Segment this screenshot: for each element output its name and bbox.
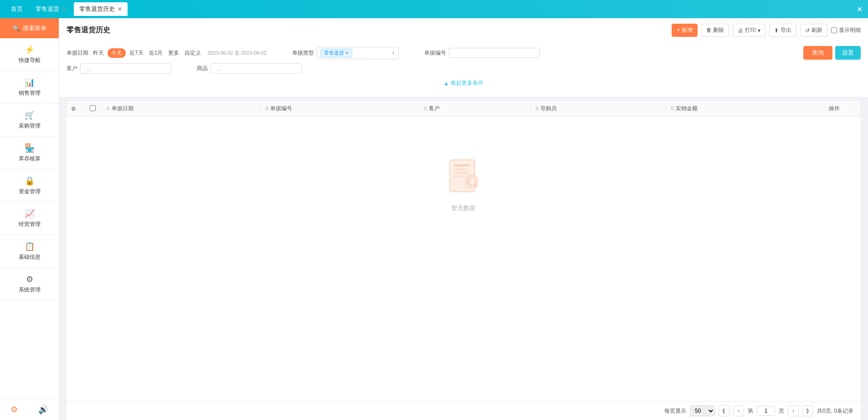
th-doc-no[interactable]: 单据编号 <box>260 101 418 117</box>
page-prev-button[interactable]: ‹ <box>733 405 744 416</box>
goods-label: 商品 <box>197 65 208 72</box>
page-title-row: 零售退货历史 + 新增 🗑 删除 🖨 🖨 打印 打印 ▾ ⬆ 导出 <box>67 24 861 37</box>
table-head: ⚙ 单据日期 单据编号 客户 导购员 实销金额 操作 <box>67 101 861 117</box>
doc-no-filter: 单据编号 <box>424 48 540 58</box>
sidebar-item-operations[interactable]: 📈 经营管理 <box>0 202 59 235</box>
date-btn-last-month[interactable]: 近1月 <box>147 48 165 58</box>
customer-filter: 客户 ... <box>67 63 171 74</box>
filter-area: 单据日期 昨天 今天 近7天 近1月 更多 自定义 2023-06-02 至 2… <box>67 41 861 97</box>
th-customer[interactable]: 客户 <box>418 101 530 117</box>
goods-ellipsis[interactable]: ... <box>215 65 223 72</box>
customer-label: 客户 <box>67 65 77 72</box>
tab-retail-return-history[interactable]: 零售退货历史 ✕ <box>74 2 128 16</box>
basic-info-icon: 📋 <box>25 241 35 251</box>
customer-select[interactable]: ... <box>80 63 171 74</box>
th-amount[interactable]: 实销金额 <box>665 101 824 117</box>
sidebar-item-system-mgmt-label: 系统管理 <box>19 286 41 294</box>
export-icon: ⬆ <box>774 27 779 34</box>
sidebar-item-sales-mgmt-label: 销售管理 <box>19 89 41 97</box>
show-detail-checkbox-label[interactable]: 显示明细 <box>831 26 861 34</box>
doc-no-label: 单据编号 <box>424 49 446 57</box>
page-input[interactable]: 1 <box>757 406 775 416</box>
window-close-button[interactable]: ✕ <box>857 5 863 14</box>
operations-icon: 📈 <box>25 209 35 219</box>
system-mgmt-icon: ⚙ <box>26 274 33 284</box>
date-shortcuts: 昨天 今天 近7天 近1月 更多 自定义 <box>91 48 203 58</box>
svg-rect-1 <box>453 164 469 166</box>
table-container: ⚙ 单据日期 单据编号 客户 导购员 实销金额 操作 <box>67 101 861 401</box>
print-button[interactable]: 🖨 🖨 打印 打印 ▾ <box>733 24 765 37</box>
empty-state-cell: 暂无数据 <box>67 117 861 249</box>
page-last-button[interactable]: ⟫ <box>802 405 813 416</box>
page-header: 零售退货历史 + 新增 🗑 删除 🖨 🖨 打印 打印 ▾ ⬆ 导出 <box>59 18 868 97</box>
new-button[interactable]: + 新增 <box>672 24 697 37</box>
sidebar-search-btn[interactable]: 🔍 搜索菜单 <box>0 18 59 38</box>
delete-button[interactable]: 🗑 删除 <box>701 24 729 37</box>
column-settings-icon[interactable]: ⚙ <box>71 106 76 112</box>
show-detail-checkbox[interactable] <box>831 27 837 33</box>
content-inner: ⚙ 单据日期 单据编号 客户 导购员 实销金额 操作 <box>59 97 868 420</box>
finance-icon: 🔒 <box>25 176 35 186</box>
page-first-button[interactable]: ⟪ <box>719 405 729 416</box>
show-detail-label: 显示明细 <box>839 26 861 34</box>
select-all-checkbox[interactable] <box>90 105 96 111</box>
settings-button[interactable]: 设置 <box>835 46 861 60</box>
empty-state: 暂无数据 <box>67 117 861 249</box>
sidebar-item-quick-nav[interactable]: ⚡ 快捷导航 <box>0 38 59 71</box>
sidebar-audio-icon[interactable]: 🔊 <box>38 405 48 415</box>
tab-home[interactable]: 首页 <box>5 2 28 16</box>
doc-type-filter: 单据类型 零售退货 ✕ ▾ <box>292 47 399 59</box>
sidebar-settings-icon[interactable]: ⚙ <box>10 405 18 415</box>
collapse-icon: ▲ <box>444 80 449 87</box>
sidebar-item-basic-info[interactable]: 📋 基础信息 <box>0 235 59 268</box>
collapse-label: 收起更多条件 <box>451 79 483 87</box>
page-title: 零售退货历史 <box>67 26 110 35</box>
empty-state-illustration <box>441 153 486 199</box>
content-area: 零售退货历史 + 新增 🗑 删除 🖨 🖨 打印 打印 ▾ ⬆ 导出 <box>59 18 868 420</box>
sidebar-search-label: 搜索菜单 <box>23 24 46 32</box>
customer-ellipsis[interactable]: ... <box>84 65 93 72</box>
th-action: 操作 <box>824 101 861 117</box>
purchase-mgmt-icon: 🛒 <box>25 110 35 120</box>
page-size-select[interactable]: 20 50 100 <box>690 405 715 416</box>
doc-type-tag-close[interactable]: ✕ <box>345 50 349 56</box>
th-check[interactable] <box>85 101 101 117</box>
date-btn-more[interactable]: 更多 <box>166 48 181 58</box>
tab-retail-return-history-close[interactable]: ✕ <box>118 6 122 12</box>
refresh-icon: ↺ <box>805 27 810 34</box>
date-btn-today[interactable]: 今天 <box>108 48 126 58</box>
date-btn-custom[interactable]: 自定义 <box>183 48 203 58</box>
th-guide[interactable]: 导购员 <box>530 101 666 117</box>
sidebar-bottom: ⚙ 🔊 <box>0 399 59 420</box>
date-btn-last7[interactable]: 近7天 <box>128 48 145 58</box>
sidebar-item-finance[interactable]: 🔒 资金管理 <box>0 169 59 202</box>
doc-type-tag: 零售退货 ✕ <box>321 49 352 57</box>
doc-no-input[interactable] <box>449 48 540 58</box>
query-button[interactable]: 查询 <box>803 46 832 60</box>
page-next-button[interactable]: › <box>788 405 799 416</box>
page-total-text: 共0页, 0条记录 <box>817 407 853 415</box>
th-settings[interactable]: ⚙ <box>67 101 85 117</box>
page-size-label: 每页显示 <box>664 407 686 415</box>
sidebar-item-sales-mgmt[interactable]: 📊 销售管理 <box>0 71 59 104</box>
th-doc-date[interactable]: 单据日期 <box>101 101 260 117</box>
doc-type-label: 单据类型 <box>292 49 314 57</box>
toolbar: + 新增 🗑 删除 🖨 🖨 打印 打印 ▾ ⬆ 导出 ↺ 刷新 <box>672 24 861 37</box>
collapse-filter-button[interactable]: ▲ 收起更多条件 <box>444 79 484 87</box>
tab-retail-return[interactable]: 零售退货 ✕ <box>30 2 72 16</box>
refresh-button[interactable]: ↺ 刷新 <box>800 24 827 37</box>
goods-select[interactable]: ... <box>211 63 302 74</box>
doc-type-select[interactable]: 零售退货 ✕ ▾ <box>317 47 399 59</box>
sidebar-item-purchase-mgmt[interactable]: 🛒 采购管理 <box>0 104 59 137</box>
export-button[interactable]: ⬆ 导出 <box>769 24 796 37</box>
inventory-icon: 🏪 <box>25 143 35 153</box>
sidebar-item-inventory-label: 库存核算 <box>19 155 41 163</box>
svg-rect-4 <box>453 176 462 177</box>
date-filter-label: 单据日期 <box>67 49 88 57</box>
sidebar-item-finance-label: 资金管理 <box>19 188 41 195</box>
sidebar-item-system-mgmt[interactable]: ⚙ 系统管理 <box>0 268 59 301</box>
date-btn-yesterday[interactable]: 昨天 <box>91 48 106 58</box>
tab-retail-return-close[interactable]: ✕ <box>62 6 67 12</box>
sidebar-item-inventory[interactable]: 🏪 库存核算 <box>0 137 59 169</box>
topbar: 首页 零售退货 ✕ 零售退货历史 ✕ ✕ <box>0 0 868 18</box>
